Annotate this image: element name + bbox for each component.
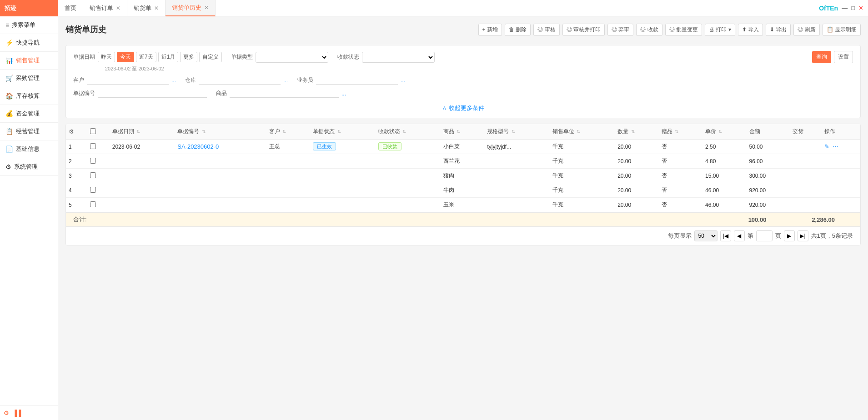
audit-button[interactable]: ◎ 审核 <box>533 24 559 36</box>
cell-customer: 王总 <box>266 140 310 154</box>
data-table: ⚙ 单据日期 ⇅ 单据编号 ⇅ 客户 ⇅ 单据状态 ⇅ 收款状态 ⇅ 商品 ⇅ … <box>65 124 861 245</box>
print-button[interactable]: 🖨 打印 ▾ <box>705 24 735 36</box>
collect-button[interactable]: ◎ 收款 <box>636 24 662 36</box>
page-prev-btn[interactable]: ◀ <box>734 230 745 241</box>
sort-docno-icon[interactable]: ⇅ <box>202 129 206 134</box>
sidebar-item-fund[interactable]: 💰 资金管理 <box>0 105 58 123</box>
audit-print-button[interactable]: ◎ 审核并打印 <box>562 24 605 36</box>
filter-row-3: 单据编号 商品 ... <box>73 89 853 98</box>
export-button[interactable]: ⬇ 导出 <box>766 24 791 36</box>
import-button[interactable]: ⬆ 导入 <box>738 24 763 36</box>
close-tab-sales-order[interactable]: ✕ <box>116 5 120 11</box>
sidebar-item-biz[interactable]: 📋 经营管理 <box>0 123 58 140</box>
doc-type-select[interactable] <box>256 52 328 63</box>
per-page-select[interactable]: 50 100 <box>694 230 717 241</box>
salesperson-ellipsis[interactable]: ... <box>401 77 405 84</box>
sort-gift-icon[interactable]: ⇅ <box>675 129 678 134</box>
tab-sales-order[interactable]: 销售订单 ✕ <box>83 0 127 16</box>
cell-action <box>822 169 860 183</box>
select-all-checkbox[interactable] <box>90 128 96 134</box>
delete-button[interactable]: 🗑 删除 <box>505 24 531 36</box>
customer-input[interactable] <box>87 76 169 85</box>
cell-date <box>110 169 175 183</box>
sort-spec-icon[interactable]: ⇅ <box>512 129 515 134</box>
payment-status-filter: 收款状态 <box>337 52 435 63</box>
sidebar-item-sales[interactable]: 📊 销售管理 <box>0 52 58 70</box>
page-number-label: 第 <box>748 232 753 240</box>
add-button[interactable]: + 新增 <box>478 24 502 36</box>
date-btn-custom[interactable]: 自定义 <box>199 52 222 62</box>
tab-sales-goods[interactable]: 销货单 ✕ <box>127 0 166 16</box>
cell-checkbox <box>87 140 110 154</box>
sidebar-item-purchase[interactable]: 🛒 采购管理 <box>0 70 58 87</box>
sort-unit-icon[interactable]: ⇅ <box>577 129 580 134</box>
sidebar-item-quick-nav[interactable]: ⚡ 快捷导航 <box>0 34 58 52</box>
edit-action[interactable]: ✎ <box>824 143 829 150</box>
cell-seq: 5 <box>66 198 87 212</box>
sort-qty-icon[interactable]: ⇅ <box>631 129 635 134</box>
sort-product-icon[interactable]: ⇅ <box>457 129 460 134</box>
settings-button[interactable]: 设置 <box>834 51 853 63</box>
cell-seq: 2 <box>66 154 87 169</box>
date-btn-yesterday[interactable]: 昨天 <box>98 52 115 62</box>
product-ellipsis[interactable]: ... <box>341 90 346 97</box>
total-info: 共1页，5条记录 <box>811 232 853 240</box>
row-checkbox[interactable] <box>90 172 96 178</box>
show-detail-button[interactable]: 📋 显示明细 <box>823 24 861 36</box>
collapse-filter[interactable]: ∧ 收起更多条件 <box>73 102 853 112</box>
cell-customer <box>266 183 310 198</box>
date-btn-7days[interactable]: 近7天 <box>136 52 156 62</box>
query-button[interactable]: 查询 <box>812 51 831 63</box>
window-maximize[interactable]: □ <box>851 5 855 11</box>
sort-price-icon[interactable]: ⇅ <box>718 129 722 134</box>
sidebar-item-basic[interactable]: 📄 基础信息 <box>0 140 58 158</box>
sidebar-item-inventory[interactable]: 🏠 库存核算 <box>0 87 58 105</box>
row-checkbox[interactable] <box>90 187 96 193</box>
warehouse-input[interactable] <box>199 76 281 85</box>
batch-change-button[interactable]: ◎ 批量变更 <box>665 24 702 36</box>
sort-customer-icon[interactable]: ⇅ <box>282 129 286 134</box>
col-doc-no: 单据编号 ⇅ <box>175 124 266 140</box>
close-tab-sales-goods[interactable]: ✕ <box>154 5 159 11</box>
sort-docstatus-icon[interactable]: ⇅ <box>337 129 341 134</box>
sort-paystatus-icon[interactable]: ⇅ <box>402 129 406 134</box>
tab-home[interactable]: 首页 <box>58 0 83 16</box>
refresh-button[interactable]: ◎ 刷新 <box>793 24 819 36</box>
sidebar-bottom-icon1[interactable]: ⚙ <box>4 410 9 416</box>
close-tab-sales-history[interactable]: ✕ <box>204 5 209 11</box>
salesperson-input[interactable] <box>316 76 398 85</box>
sidebar: 拓迹 ≡ 搜索菜单 ⚡ 快捷导航 📊 销售管理 🛒 采购管理 🏠 库存核算 💰 … <box>0 0 58 420</box>
warehouse-ellipsis[interactable]: ... <box>283 77 288 84</box>
page-first-btn[interactable]: |◀ <box>720 230 731 241</box>
cell-customer <box>266 154 310 169</box>
page-last-btn[interactable]: ▶| <box>798 230 808 241</box>
product-input[interactable] <box>230 89 339 98</box>
sidebar-item-search[interactable]: ≡ 搜索菜单 <box>0 16 58 34</box>
cell-quantity: 20.00 <box>615 183 658 198</box>
window-minimize[interactable]: — <box>842 5 848 11</box>
doc-number-input[interactable] <box>98 89 207 98</box>
sidebar-item-sys[interactable]: ⚙ 系统管理 <box>0 158 58 176</box>
row-checkbox[interactable] <box>90 201 96 207</box>
discard-button[interactable]: ◎ 弃审 <box>607 24 633 36</box>
more-action[interactable]: ⋯ <box>833 143 838 150</box>
settings-icon[interactable]: ⚙ <box>69 128 74 135</box>
cell-action <box>822 154 860 169</box>
date-btn-more[interactable]: 更多 <box>180 52 197 62</box>
customer-ellipsis[interactable]: ... <box>171 77 176 84</box>
row-checkbox[interactable] <box>90 143 96 149</box>
sort-date-icon[interactable]: ⇅ <box>136 129 140 134</box>
col-settings[interactable]: ⚙ <box>66 124 87 140</box>
sidebar-bottom-icon2[interactable]: ▐▐ <box>13 410 21 416</box>
tab-sales-history[interactable]: 销货单历史 ✕ <box>166 0 216 16</box>
date-btn-1month[interactable]: 近1月 <box>158 52 179 62</box>
payment-status-select[interactable] <box>362 52 435 63</box>
page-number-input[interactable]: 1 <box>756 230 773 241</box>
window-close[interactable]: ✕ <box>858 5 863 11</box>
page-next-btn[interactable]: ▶ <box>784 230 795 241</box>
row-checkbox[interactable] <box>90 158 96 164</box>
cell-pay-status <box>376 198 441 212</box>
date-btn-today[interactable]: 今天 <box>117 52 134 62</box>
doc-no-link[interactable]: SA-20230602-0 <box>177 143 219 150</box>
col-date: 单据日期 ⇅ <box>110 124 175 140</box>
